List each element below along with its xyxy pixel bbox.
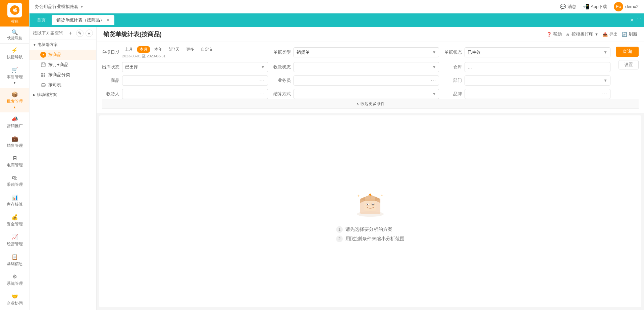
svg-rect-6 (41, 73, 43, 74)
scheme-by-month-product[interactable]: 按月+商品 (30, 60, 96, 70)
main-area: 办公用品行业模拟账套 ▼ 💬 消息 📲 App下载 Ea demo2 首页 (30, 0, 644, 310)
sidebar-item-purchase[interactable]: 🛍 采购管理 (0, 171, 29, 191)
brand-control[interactable]: ··· (465, 89, 610, 99)
tab-home[interactable]: 首页 (32, 15, 50, 25)
department-control[interactable]: ▼ (465, 75, 610, 86)
tab-expand-area: ✕ ⛶ (630, 17, 641, 23)
doc-status-control[interactable]: 已生效 ▼ (465, 47, 610, 57)
tab-maximize-icon[interactable]: ⛶ (637, 17, 641, 23)
tab-minimize-icon[interactable]: ✕ (630, 17, 634, 23)
tabbar: 首页 销货单统计表（按商品） ✕ ✕ ⛶ (30, 13, 644, 27)
sidebar-search[interactable]: 🔍 快捷导航 (0, 27, 29, 44)
scheme-icon-orange: ● (40, 52, 46, 58)
page-title: 销货单统计表(按商品) (103, 30, 162, 42)
query-button[interactable]: 查询 (616, 47, 639, 57)
tip-text-1: 请先选择要分析的方案 (345, 226, 392, 232)
settings-button[interactable]: 设置 (619, 60, 639, 69)
left-panel-title: 按以下方案查询 (33, 30, 63, 36)
svg-rect-8 (41, 75, 43, 77)
enterprise-coop-icon: 🤝 (11, 293, 18, 300)
refresh-label: 刷新 (629, 31, 637, 37)
collapse-bar[interactable]: ∧ 收起更多条件 (102, 99, 639, 109)
mobile-group-label[interactable]: ▶ 移动端方案 (30, 90, 96, 100)
sidebar-item-wholesale[interactable]: 📦 批发管理 ▲ (0, 88, 29, 112)
sidebar-item-finance[interactable]: 💰 资金管理 (0, 211, 29, 230)
add-scheme-btn[interactable]: + (67, 30, 74, 37)
product-control[interactable]: ··· (122, 75, 268, 86)
salesperson-control[interactable]: ··· (293, 75, 439, 86)
tab-sales-stat[interactable]: 销货单统计表（按商品） ✕ (52, 15, 114, 25)
warehouse-control[interactable]: … (465, 62, 610, 72)
sidebar-item-inventory[interactable]: 📊 库存核算 (0, 191, 29, 211)
wholesale-icon: 📦 (11, 91, 18, 98)
date-btn-this-month[interactable]: 本月 (137, 46, 150, 53)
content-wrapper: 按以下方案查询 + ✎ « ▼ 电脑端方案 ● 按商品 (30, 27, 644, 310)
date-btn-more[interactable]: 更多 (183, 46, 197, 53)
sidebar-item-basic-info[interactable]: 📋 基础信息 (0, 250, 29, 270)
sidebar-item-enterprise-coop[interactable]: 🤝 企业协同 (0, 290, 29, 310)
user-name: demo2 (625, 4, 639, 9)
collapse-panel-btn[interactable]: « (86, 30, 93, 37)
receipt-status-control[interactable]: ▼ (293, 62, 439, 72)
empty-state: ✦ ✦ 1 请先选择要分析的方案 2 用[过滤]条件来缩小分析范围 (99, 115, 641, 307)
print-icon: 🖨 (566, 32, 570, 37)
sidebar: 畅 标账 🔍 快捷导航 ⚡ 快捷导航 🛒 零售管理 ▼ 📦 批发管理 ▲ 📣 营… (0, 0, 30, 310)
tab-close-icon[interactable]: ✕ (106, 18, 110, 22)
user-profile[interactable]: Ea demo2 (614, 2, 639, 11)
receiver-label: 收货人 (102, 91, 119, 97)
right-content: 销货单统计表(按商品) ❓ 帮助 🖨 按模板打印 ▼ 📤 导出 (97, 27, 644, 310)
date-btn-7days[interactable]: 近7天 (166, 46, 182, 53)
sidebar-item-label: 基础信息 (7, 261, 23, 267)
sidebar-item-label: 资金管理 (7, 221, 23, 227)
scheme-by-product-label: 按商品 (48, 52, 61, 58)
wholesale-arrow-icon: ▲ (13, 105, 16, 109)
sidebar-item-operations[interactable]: 📈 经营管理 (0, 230, 29, 250)
sidebar-item-system[interactable]: ⚙ 系统管理 (0, 270, 29, 290)
help-btn[interactable]: ❓ 帮助 (546, 31, 562, 37)
warehouse-filter-item: 仓库 … (444, 62, 610, 72)
sidebar-item-retail[interactable]: 🛒 零售管理 ▼ (0, 63, 29, 88)
basic-info-icon: 📋 (11, 254, 18, 260)
scheme-by-product[interactable]: ● 按商品 (30, 50, 96, 60)
export-btn[interactable]: 📤 导出 (602, 31, 618, 37)
receipt-status-arrow-icon: ▼ (432, 65, 436, 69)
doc-type-control[interactable]: 销货单 ▼ (293, 47, 439, 57)
empty-illustration: ✦ ✦ (350, 180, 390, 221)
industry-label: 办公用品行业模拟账套 (35, 4, 78, 10)
retail-arrow-icon: ▼ (13, 81, 16, 85)
pc-group-text: 电脑端方案 (38, 42, 58, 48)
print-btn[interactable]: 🖨 按模板打印 ▼ (566, 31, 598, 37)
payment-method-control[interactable]: ▼ (293, 89, 439, 99)
receiver-control[interactable]: ··· (122, 89, 268, 99)
mobile-group-text: 移动端方案 (37, 92, 57, 98)
retail-icon: 🛒 (11, 67, 18, 73)
scheme-by-printer[interactable]: 按司机 (30, 80, 96, 90)
edit-scheme-btn[interactable]: ✎ (76, 30, 84, 37)
message-btn[interactable]: 💬 消息 (560, 4, 576, 10)
refresh-btn[interactable]: 🔄 刷新 (622, 31, 637, 37)
date-btn-custom[interactable]: 自定义 (198, 46, 216, 53)
sidebar-item-label: 电商管理 (7, 162, 23, 168)
sidebar-item-ecommerce[interactable]: 🖥 电商管理 (0, 152, 29, 171)
sidebar-item-marketing[interactable]: 📣 营销推广 (0, 112, 29, 132)
help-icon: ❓ (546, 32, 552, 37)
scheme-by-category[interactable]: 按商品分类 (30, 70, 96, 80)
doc-type-filter-item: 单据类型 销货单 ▼ (273, 47, 439, 57)
department-arrow-icon: ▼ (603, 78, 607, 83)
refresh-icon: 🔄 (622, 32, 627, 37)
sidebar-item-label: 系统管理 (7, 281, 23, 287)
sidebar-item-sales-mgmt[interactable]: 💼 销售管理 (0, 132, 29, 152)
date-btn-last-month[interactable]: 上月 (122, 46, 136, 53)
warehouse-label: 仓库 (444, 64, 462, 70)
sidebar-logo[interactable]: 畅 标账 (0, 0, 29, 27)
app-download-btn[interactable]: 📲 App下载 (583, 4, 607, 10)
collapse-label: 收起更多条件 (361, 101, 385, 107)
sidebar-item-label: 销售管理 (7, 143, 23, 149)
svg-point-21 (367, 204, 368, 205)
tab-sales-stat-label: 销货单统计表（按商品） (56, 17, 104, 23)
out-status-control[interactable]: 已出库 ▼ (122, 62, 268, 72)
sidebar-item-quick-nav[interactable]: ⚡ 快捷导航 (0, 44, 29, 63)
sidebar-item-label: 企业协同 (7, 301, 23, 306)
scheme-icon-printer (40, 82, 46, 88)
date-btn-this-year[interactable]: 本年 (152, 46, 165, 53)
